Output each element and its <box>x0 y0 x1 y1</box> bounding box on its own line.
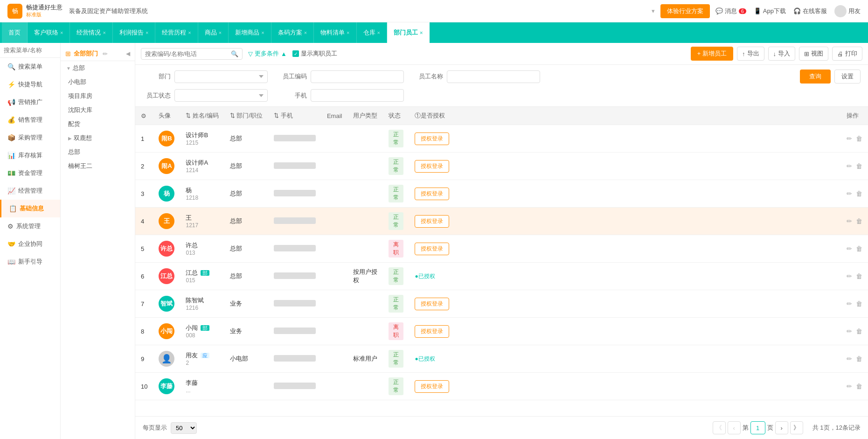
edit-icon[interactable]: ✏ <box>847 190 852 197</box>
auth-btn[interactable]: 授权登录 <box>415 215 449 228</box>
nav-tab-仓库[interactable]: 仓库× <box>357 22 387 43</box>
close-tab-icon[interactable]: × <box>103 30 105 35</box>
sidebar-item-营销推广[interactable]: 📢营销推广 <box>0 93 60 111</box>
sidebar-item-销售管理[interactable]: 💰销售管理 <box>0 111 60 129</box>
sidebar-item-搜索菜单[interactable]: 🔍搜索菜单 <box>0 58 60 76</box>
close-tab-icon[interactable]: × <box>219 30 222 35</box>
search-input[interactable] <box>145 50 229 57</box>
nav-tab-经营历程[interactable]: 经营历程× <box>155 22 198 43</box>
reset-btn[interactable]: 设置 <box>834 70 861 84</box>
sidebar-item-库存核算[interactable]: 📊库存核算 <box>0 146 60 164</box>
edit-icon[interactable]: ✏ <box>847 272 852 280</box>
sidebar-item-采购管理[interactable]: 📦采购管理 <box>0 129 60 146</box>
nav-tab-新增商品[interactable]: 新增商品× <box>229 22 271 43</box>
import-btn[interactable]: ↓ 导入 <box>768 47 796 61</box>
edit-icon[interactable]: ✏ <box>847 355 852 362</box>
user-area[interactable]: 用友 <box>834 5 861 17</box>
col-dept[interactable]: ⇅ 部门/职位 <box>224 107 268 125</box>
dept-tree-collapse-btn[interactable]: ◀ <box>126 50 130 57</box>
delete-icon[interactable]: 🗑 <box>856 135 862 142</box>
nav-tab-商品[interactable]: 商品× <box>198 22 229 43</box>
close-tab-icon[interactable]: × <box>261 30 264 35</box>
nav-tab-客户联络[interactable]: 客户联络× <box>28 22 70 43</box>
edit-icon[interactable]: ✏ <box>847 328 852 335</box>
sidebar-item-快捷导航[interactable]: ⚡快捷导航 <box>0 76 60 93</box>
print-btn[interactable]: 🖨 打印 <box>832 47 862 61</box>
nav-tab-利润报告[interactable]: 利润报告× <box>113 22 155 43</box>
sidebar-item-经营管理[interactable]: 📈经营管理 <box>0 182 60 200</box>
filter-emp-name-input[interactable] <box>447 70 540 83</box>
dept-tree-item-总部[interactable]: 总部 <box>61 145 135 159</box>
delete-icon[interactable]: 🗑 <box>856 162 862 170</box>
delete-icon[interactable]: 🗑 <box>856 383 862 390</box>
edit-icon[interactable]: ✏ <box>847 300 852 307</box>
close-tab-icon[interactable]: × <box>60 30 63 35</box>
dept-tree-item-沈阳大库[interactable]: 沈阳大库 <box>61 103 135 117</box>
auth-btn[interactable]: 授权登录 <box>415 132 449 145</box>
nav-tab-首页[interactable]: 首页 <box>2 22 28 43</box>
nav-tab-物料清单[interactable]: 物料清单× <box>314 22 356 43</box>
first-page-btn[interactable]: 《 <box>713 421 726 434</box>
sidebar-item-新手引导[interactable]: 📖新手引导 <box>0 253 60 271</box>
auth-btn[interactable]: 授权登录 <box>415 298 449 310</box>
delete-icon[interactable]: 🗑 <box>856 355 862 362</box>
resigned-checkbox[interactable]: ✓ <box>292 50 299 57</box>
view-btn[interactable]: ⊞ 视图 <box>799 47 828 61</box>
col-phone[interactable]: ⇅ 手机 <box>268 107 321 125</box>
delete-icon[interactable]: 🗑 <box>856 328 862 335</box>
experience-btn[interactable]: 体验行业方案 <box>660 4 710 18</box>
app-download-btn[interactable]: 📱 App下载 <box>754 7 786 15</box>
col-name[interactable]: ⇅ 姓名/编码 <box>180 107 224 125</box>
dept-tree-item-小电部[interactable]: 小电部 <box>61 75 135 89</box>
last-page-btn[interactable]: 》 <box>790 421 803 434</box>
export-btn[interactable]: ↑ 导出 <box>737 47 764 61</box>
delete-icon[interactable]: 🗑 <box>856 245 862 252</box>
sidebar-item-企业协同[interactable]: 🤝企业协同 <box>0 235 60 253</box>
delete-icon[interactable]: 🗑 <box>856 190 862 197</box>
dept-edit-icon[interactable]: ✏ <box>103 50 108 57</box>
online-service-btn[interactable]: 🎧 在线客服 <box>793 7 827 15</box>
dept-tree-item-楠树王二[interactable]: 楠树王二 <box>61 159 135 173</box>
edit-icon[interactable]: ✏ <box>847 245 852 252</box>
edit-icon[interactable]: ✏ <box>847 383 852 390</box>
add-employee-btn[interactable]: + 新增员工 <box>691 47 733 61</box>
filter-phone-input[interactable] <box>311 89 404 102</box>
nav-tab-部门员工[interactable]: 部门员工× <box>387 22 430 43</box>
filter-status-select[interactable] <box>174 89 268 102</box>
filter-emp-code-input[interactable] <box>311 70 404 83</box>
dept-tree-item-配货[interactable]: 配货 <box>61 117 135 131</box>
auth-btn[interactable]: 授权登录 <box>415 188 449 200</box>
close-tab-icon[interactable]: × <box>188 30 191 35</box>
sidebar-item-资金管理[interactable]: 💵资金管理 <box>0 164 60 182</box>
sidebar-item-系统管理[interactable]: ⚙系统管理 <box>0 217 60 235</box>
nav-tab-条码方案[interactable]: 条码方案× <box>271 22 314 43</box>
prev-page-btn[interactable]: ‹ <box>728 421 741 434</box>
close-tab-icon[interactable]: × <box>146 30 148 35</box>
edit-icon[interactable]: ✏ <box>847 135 852 142</box>
nav-tab-经营情况[interactable]: 经营情况× <box>70 22 112 43</box>
page-size-select[interactable]: 50 100 <box>171 422 197 434</box>
filter-dept-select[interactable] <box>174 70 268 83</box>
more-filter-btn[interactable]: ▽ 更多条件 ▲ <box>248 49 287 58</box>
message-btn[interactable]: 💬 消息 6 <box>715 7 746 15</box>
next-page-btn[interactable]: › <box>775 421 788 434</box>
close-tab-icon[interactable]: × <box>347 30 349 35</box>
delete-icon[interactable]: 🗑 <box>856 217 862 225</box>
auth-btn[interactable]: 授权登录 <box>415 380 449 393</box>
auth-btn[interactable]: 授权登录 <box>415 160 449 173</box>
delete-icon[interactable]: 🗑 <box>856 272 862 280</box>
auth-btn[interactable]: 授权登录 <box>415 243 449 255</box>
close-tab-icon[interactable]: × <box>420 30 423 35</box>
show-resigned-toggle[interactable]: ✓ 显示离职员工 <box>292 49 337 58</box>
col-settings[interactable]: ⚙ <box>135 107 153 125</box>
close-tab-icon[interactable]: × <box>377 30 380 35</box>
search-submit-btn[interactable]: 查询 <box>800 70 831 84</box>
close-tab-icon[interactable]: × <box>304 30 307 35</box>
delete-icon[interactable]: 🗑 <box>856 300 862 307</box>
edit-icon[interactable]: ✏ <box>847 162 852 170</box>
sidebar-item-基础信息[interactable]: 📋基础信息 <box>0 200 60 217</box>
sidebar-search-input[interactable] <box>4 47 61 54</box>
dept-tree-item-总部[interactable]: ▼总部 <box>61 61 135 75</box>
dept-tree-item-双鹿想[interactable]: ▶双鹿想 <box>61 131 135 145</box>
auth-btn[interactable]: 授权登录 <box>415 325 449 338</box>
